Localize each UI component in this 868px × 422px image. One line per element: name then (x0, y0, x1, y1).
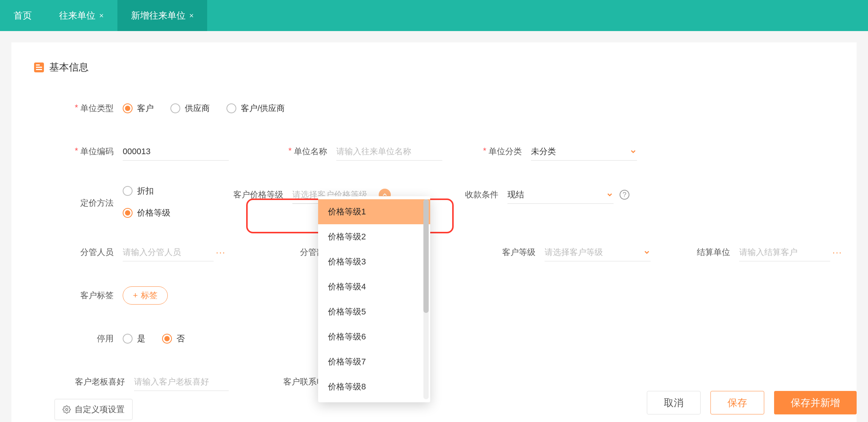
radio-price-level[interactable]: 价格等级 (123, 207, 170, 219)
boss-pref-input[interactable] (134, 373, 229, 391)
tab-add-contact[interactable]: 新增往来单位 × (117, 0, 208, 31)
label-unit-category: *单位分类 (469, 146, 522, 157)
label-customer-level: 客户等级 (482, 247, 535, 258)
radio-both[interactable]: 客户/供应商 (226, 103, 285, 114)
section-title: 基本信息 (49, 61, 89, 74)
add-tag-button[interactable]: + 标签 (123, 286, 168, 305)
label-payment-term: 收款条件 (445, 189, 498, 200)
form-icon (34, 63, 44, 72)
plus-icon: + (133, 291, 138, 300)
settle-unit-input[interactable] (739, 243, 830, 261)
scrollbar-thumb[interactable] (423, 199, 429, 313)
disabled-radio-group: 是 否 (123, 333, 185, 344)
help-icon[interactable]: ? (620, 190, 629, 200)
dropdown-item[interactable]: 价格等级7 (318, 349, 430, 374)
tab-contacts[interactable]: 往来单位 × (45, 0, 117, 31)
label-customer-tag: 客户标签 (53, 290, 114, 301)
customer-level-select[interactable]: 请选择客户等级 (545, 243, 651, 261)
close-icon[interactable]: × (99, 11, 104, 20)
dropdown-item[interactable]: 价格等级2 (318, 224, 430, 249)
label-disabled: 停用 (53, 333, 114, 344)
tab-add-contact-label: 新增往来单位 (131, 9, 186, 22)
label-unit-type: *单位类型 (53, 103, 114, 114)
unit-category-select[interactable]: 未分类 (531, 142, 637, 161)
label-pricing-method: 定价方法 (53, 197, 114, 209)
tab-contacts-label: 往来单位 (59, 9, 95, 22)
payment-term-select[interactable]: 现结 (507, 186, 614, 204)
chevron-down-icon (643, 249, 651, 256)
dropdown-item[interactable]: 价格等级8 (318, 374, 430, 399)
label-price-level: 客户价格等级 (219, 189, 283, 200)
radio-supplier[interactable]: 供应商 (170, 103, 210, 114)
tab-bar: 首页 往来单位 × 新增往来单位 × (0, 0, 868, 31)
tab-home-label: 首页 (14, 9, 32, 22)
payment-term-value: 现结 (507, 189, 606, 200)
gear-icon (62, 405, 71, 414)
dropdown-item[interactable]: 价格等级6 (318, 324, 430, 349)
unit-type-radio-group: 客户 供应商 客户/供应商 (123, 103, 285, 114)
add-tag-label: 标签 (141, 290, 158, 301)
price-level-dropdown: 价格等级1 价格等级2 价格等级3 价格等级4 价格等级5 价格等级6 价格等级… (318, 196, 430, 402)
form-panel: 基本信息 *单位类型 客户 供应商 客户/供应商 *单位编码 *单位名称 (11, 42, 857, 422)
tab-home[interactable]: 首页 (0, 0, 45, 31)
radio-customer[interactable]: 客户 (123, 103, 154, 114)
section-header: 基本信息 (34, 61, 834, 74)
custom-fields-button[interactable]: 自定义项设置 (55, 399, 133, 420)
pricing-method-radio-group: 折扣 价格等级 (123, 185, 170, 219)
close-icon[interactable]: × (189, 11, 194, 20)
save-button[interactable]: 保存 (710, 391, 764, 414)
unit-name-input[interactable] (336, 142, 442, 161)
radio-disabled-no[interactable]: 否 (162, 333, 185, 344)
dropdown-item[interactable]: 价格等级1 (318, 199, 430, 224)
cancel-button[interactable]: 取消 (647, 391, 701, 414)
unit-category-value: 未分类 (531, 146, 629, 157)
label-boss-pref: 客户老板喜好 (53, 376, 125, 388)
radio-discount[interactable]: 折扣 (123, 185, 170, 197)
footer-actions: 取消 保存 保存并新增 (647, 391, 857, 414)
customer-level-placeholder: 请选择客户等级 (545, 247, 643, 258)
more-icon[interactable]: ··· (216, 247, 226, 258)
label-staff: 分管人员 (53, 247, 114, 258)
more-icon[interactable]: ··· (832, 247, 842, 258)
unit-code-input[interactable] (123, 142, 229, 161)
dropdown-item[interactable]: 价格等级5 (318, 299, 430, 324)
label-unit-code: *单位编码 (53, 146, 114, 157)
label-settle-unit: 结算单位 (677, 247, 730, 258)
save-and-new-button[interactable]: 保存并新增 (774, 391, 857, 414)
svg-point-0 (66, 408, 68, 411)
dropdown-item[interactable]: 价格等级3 (318, 249, 430, 274)
chevron-down-icon (629, 148, 637, 155)
custom-fields-label: 自定义项设置 (75, 404, 125, 415)
label-unit-name: *单位名称 (263, 146, 327, 157)
chevron-down-icon (606, 191, 614, 198)
staff-input[interactable] (123, 243, 214, 261)
dropdown-item[interactable]: 价格等级4 (318, 274, 430, 299)
scrollbar[interactable] (423, 199, 429, 399)
radio-disabled-yes[interactable]: 是 (123, 333, 145, 344)
